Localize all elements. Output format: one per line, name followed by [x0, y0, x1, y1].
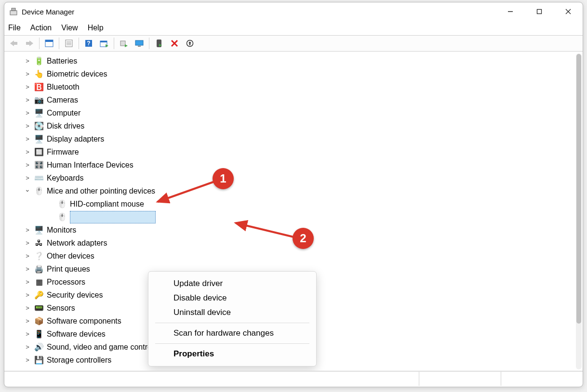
- tree-node-label: Batteries: [47, 55, 77, 67]
- menu-help[interactable]: Help: [88, 24, 104, 32]
- chevron-right-icon[interactable]: [24, 316, 31, 326]
- tree-child-node[interactable]: 🖱️HID-compliant mouse: [4, 197, 583, 210]
- network-icon: 🖧: [34, 238, 44, 248]
- statusbar: [4, 371, 583, 386]
- storage-icon: 💾: [34, 355, 44, 365]
- uninstall-button[interactable]: [168, 37, 181, 50]
- context-menu-separator: [155, 323, 309, 323]
- menu-view[interactable]: View: [61, 24, 78, 32]
- tree-node-label: HID-compliant mouse: [70, 198, 144, 210]
- chevron-right-icon[interactable]: [24, 134, 31, 144]
- context-menu-item[interactable]: Properties: [148, 347, 316, 361]
- enable-button[interactable]: [152, 37, 166, 50]
- toolbar-separator: [59, 38, 59, 49]
- chevron-right-icon[interactable]: [24, 82, 31, 92]
- mouse-icon: 🖱️: [57, 212, 67, 222]
- tree-node-label: [70, 211, 156, 223]
- chevron-right-icon[interactable]: [24, 56, 31, 66]
- tree-node-label: Print queues: [47, 263, 90, 275]
- tree-node-label: Processors: [47, 276, 85, 288]
- svg-rect-21: [120, 41, 125, 46]
- chevron-right-icon[interactable]: [24, 264, 31, 274]
- svg-rect-1: [12, 8, 15, 11]
- tree-node-label: Storage controllers: [47, 354, 111, 366]
- svg-marker-30: [188, 41, 191, 45]
- chevron-right-icon[interactable]: [24, 290, 31, 300]
- chevron-right-icon[interactable]: [24, 69, 31, 79]
- display-icon: 🖥️: [34, 134, 44, 144]
- properties-button[interactable]: [62, 37, 76, 50]
- tree-node-label: Security devices: [47, 289, 103, 301]
- chevron-right-icon[interactable]: [24, 108, 31, 118]
- context-menu-item[interactable]: Disable device: [148, 291, 316, 305]
- chevron-right-icon[interactable]: [24, 303, 31, 313]
- status-cell: [501, 372, 583, 386]
- chevron-right-icon[interactable]: [24, 277, 31, 287]
- chevron-right-icon[interactable]: [24, 160, 31, 170]
- vertical-scrollbar[interactable]: [576, 53, 582, 369]
- menu-action[interactable]: Action: [30, 24, 52, 32]
- chevron-down-icon[interactable]: [24, 186, 31, 196]
- chevron-right-icon[interactable]: [24, 342, 31, 352]
- context-menu-item[interactable]: Scan for hardware changes: [148, 326, 316, 340]
- other-icon: ❔: [34, 251, 44, 261]
- chevron-right-icon[interactable]: [24, 173, 31, 183]
- tree-node[interactable]: 💽Disk drives: [4, 119, 583, 132]
- minimize-button[interactable]: [496, 2, 525, 21]
- show-hide-console-button[interactable]: [42, 37, 56, 50]
- update-driver-button[interactable]: [117, 37, 131, 50]
- tree-node[interactable]: 🖥️Display adapters: [4, 132, 583, 145]
- menu-file[interactable]: File: [8, 24, 21, 32]
- tree-node[interactable]: ❔Other devices: [4, 249, 583, 262]
- context-menu-item[interactable]: Update driver: [148, 276, 316, 291]
- computer-icon: 🖥️: [34, 108, 44, 118]
- chevron-right-icon[interactable]: [24, 355, 31, 365]
- chevron-right-icon[interactable]: [24, 147, 31, 157]
- help-button[interactable]: ?: [82, 37, 95, 50]
- tree-node[interactable]: 🔋Batteries: [4, 54, 583, 67]
- fingerprint-icon: 👆: [34, 69, 44, 79]
- swdev-icon: 📱: [34, 329, 44, 339]
- close-button[interactable]: [554, 2, 583, 21]
- svg-rect-3: [537, 10, 542, 14]
- tree-node[interactable]: 🅱️Bluetooth: [4, 80, 583, 93]
- tree-node-label: Sensors: [47, 302, 75, 314]
- tree-node[interactable]: ⌨️Keyboards: [4, 171, 583, 184]
- sound-icon: 🔊: [34, 342, 44, 352]
- tree-node[interactable]: 👆Biometric devices: [4, 67, 583, 80]
- monitor-button[interactable]: [133, 37, 146, 50]
- tree-node[interactable]: 🖱️Mice and other pointing devices: [4, 184, 583, 197]
- tree-node-label: Computer: [47, 107, 80, 119]
- context-menu-separator: [155, 343, 309, 344]
- window-controls: [496, 2, 583, 21]
- chevron-right-icon[interactable]: [24, 225, 31, 235]
- toolbar-separator: [149, 38, 149, 49]
- tree-node-label: Biometric devices: [47, 68, 107, 80]
- context-menu-item[interactable]: Uninstall device: [148, 305, 316, 320]
- battery-icon: 🔋: [34, 56, 44, 66]
- hid-icon: 🎛️: [34, 160, 44, 170]
- sensor-icon: 📟: [34, 303, 44, 313]
- chevron-right-icon[interactable]: [24, 121, 31, 131]
- scan-button[interactable]: [97, 37, 111, 50]
- tree-node[interactable]: 🖥️Computer: [4, 106, 583, 119]
- scrollbar-thumb[interactable]: [576, 54, 581, 324]
- disable-button[interactable]: [183, 37, 197, 50]
- chevron-right-icon[interactable]: [24, 95, 31, 105]
- tree-node[interactable]: 📷Cameras: [4, 93, 583, 106]
- tree-child-node[interactable]: 🖱️: [4, 210, 583, 223]
- back-button[interactable]: [7, 37, 21, 50]
- annotation-step-1: 1: [213, 168, 234, 189]
- forward-button[interactable]: [23, 37, 36, 50]
- tree-node-label: Keyboards: [47, 172, 84, 184]
- tree-node-label: Other devices: [47, 250, 94, 262]
- maximize-button[interactable]: [525, 2, 554, 21]
- bluetooth-icon: 🅱️: [34, 82, 44, 92]
- titlebar: Device Manager: [4, 2, 583, 21]
- tree-node[interactable]: 🎛️Human Interface Devices: [4, 158, 583, 171]
- tree-node[interactable]: 🔲Firmware: [4, 145, 583, 158]
- device-manager-window: Device Manager File Action View Help ?: [4, 2, 583, 387]
- chevron-right-icon[interactable]: [24, 251, 31, 261]
- chevron-right-icon[interactable]: [24, 238, 31, 248]
- chevron-right-icon[interactable]: [24, 329, 31, 339]
